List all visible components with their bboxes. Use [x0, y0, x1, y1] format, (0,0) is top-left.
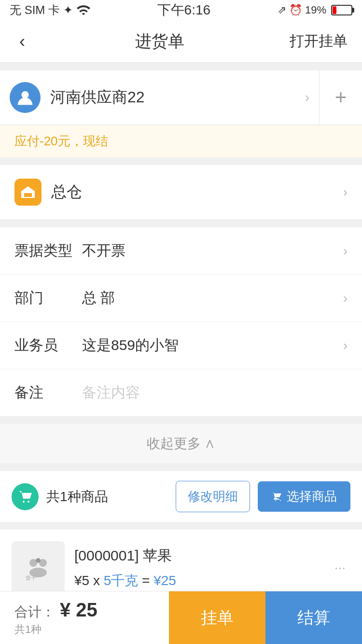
supplier-row[interactable]: 河南供应商22 ›	[0, 70, 320, 125]
footer: 合计： ¥ 25 共1种 挂单 结算	[0, 591, 362, 644]
product-thumbnail: 督十	[12, 541, 65, 594]
collapse-button[interactable]: 收起更多 ∧	[0, 424, 362, 463]
warehouse-chevron-icon: ›	[343, 184, 348, 200]
select-product-label: 选择商品	[287, 488, 337, 505]
salesperson-chevron-icon: ›	[343, 338, 348, 353]
shopping-icon	[17, 489, 33, 504]
products-section: 共1种商品 修改明细 选择商品	[0, 471, 362, 522]
ticket-type-chevron-icon: ›	[343, 243, 348, 259]
cart-add-icon	[271, 491, 283, 503]
supplier-name: 河南供应商22	[50, 87, 305, 108]
ticket-type-label: 票据类型	[14, 241, 77, 261]
svg-text:督十: 督十	[26, 575, 36, 581]
products-count-label: 共1种商品	[46, 488, 168, 506]
wifi-icon	[77, 5, 90, 15]
total-sub: 共1种	[14, 622, 154, 637]
svg-point-0	[21, 91, 28, 98]
open-pending-button[interactable]: 打开挂单	[290, 31, 348, 51]
ticket-type-row[interactable]: 票据类型 不开票 ›	[0, 227, 362, 275]
remark-label: 备注	[14, 383, 77, 403]
department-value: 总 部	[77, 288, 343, 308]
total-label: 合计：	[14, 603, 55, 621]
product-name: [0000001] 苹果	[74, 546, 320, 566]
supplier-section: 河南供应商22 › + 应付-20元，现结	[0, 70, 362, 157]
salesperson-value: 这是859的小智	[77, 336, 343, 355]
products-icon-bg	[12, 483, 39, 510]
remark-value[interactable]: 备注内容	[77, 383, 348, 403]
department-chevron-icon: ›	[343, 291, 348, 306]
svg-point-1	[23, 501, 25, 503]
products-header: 共1种商品 修改明细 选择商品	[0, 471, 362, 522]
battery-text: 19%	[305, 4, 326, 16]
salesperson-row[interactable]: 业务员 这是859的小智 ›	[0, 322, 362, 369]
product-price: ¥5 x 5千克 = ¥25	[74, 572, 320, 590]
product-more-button[interactable]: ···	[330, 555, 350, 580]
remark-row[interactable]: 备注 备注内容	[0, 369, 362, 416]
nav-bar: ‹ 进货单 打开挂单	[0, 20, 362, 63]
person-icon	[16, 88, 34, 107]
salesperson-label: 业务员	[14, 336, 77, 355]
svg-point-6	[36, 558, 41, 563]
product-placeholder-icon: 督十	[24, 553, 53, 582]
page-title: 进货单	[135, 30, 184, 53]
warehouse-section: 总仓 ›	[0, 165, 362, 220]
total-amount: ¥ 25	[60, 599, 97, 621]
settle-button[interactable]: 结算	[265, 591, 362, 644]
form-section: 票据类型 不开票 › 部门 总 部 › 业务员 这是859的小智 › 备注 备注…	[0, 227, 362, 416]
status-left: 无 SIM 卡 ✦	[10, 2, 90, 18]
back-button[interactable]: ‹	[14, 27, 30, 56]
add-supplier-button[interactable]: +	[320, 70, 362, 125]
location-icon: ⇗	[278, 4, 286, 16]
warehouse-row[interactable]: 总仓 ›	[0, 165, 362, 220]
warehouse-icon	[20, 184, 36, 200]
supplier-avatar	[10, 82, 41, 113]
ticket-type-value: 不开票	[77, 241, 343, 261]
svg-point-2	[28, 501, 29, 503]
supplier-notice: 应付-20元，现结	[0, 125, 362, 157]
supplier-chevron-icon: ›	[305, 90, 309, 105]
warehouse-icon-bg	[14, 179, 42, 206]
alarm-icon: ⏰	[289, 4, 302, 16]
pending-button[interactable]: 挂单	[169, 591, 265, 644]
department-row[interactable]: 部门 总 部 ›	[0, 275, 362, 322]
status-bar: 无 SIM 卡 ✦ 下午6:16 ⇗ ⏰ 19%	[0, 0, 362, 20]
edit-detail-button[interactable]: 修改明细	[176, 481, 250, 512]
select-product-button[interactable]: 选择商品	[258, 481, 350, 512]
battery-icon	[331, 5, 352, 15]
department-label: 部门	[14, 288, 77, 308]
status-right: ⇗ ⏰ 19%	[278, 4, 352, 16]
warehouse-name: 总仓	[51, 182, 343, 203]
footer-total: 合计： ¥ 25 共1种	[0, 591, 169, 644]
main-content: 河南供应商22 › + 应付-20元，现结 总仓 › 票据类型 不开票 › 部门	[0, 63, 362, 644]
status-time: 下午6:16	[157, 1, 211, 19]
signal-text: 无 SIM 卡 ✦	[10, 2, 73, 18]
product-info: [0000001] 苹果 ¥5 x 5千克 = ¥25	[74, 546, 320, 590]
